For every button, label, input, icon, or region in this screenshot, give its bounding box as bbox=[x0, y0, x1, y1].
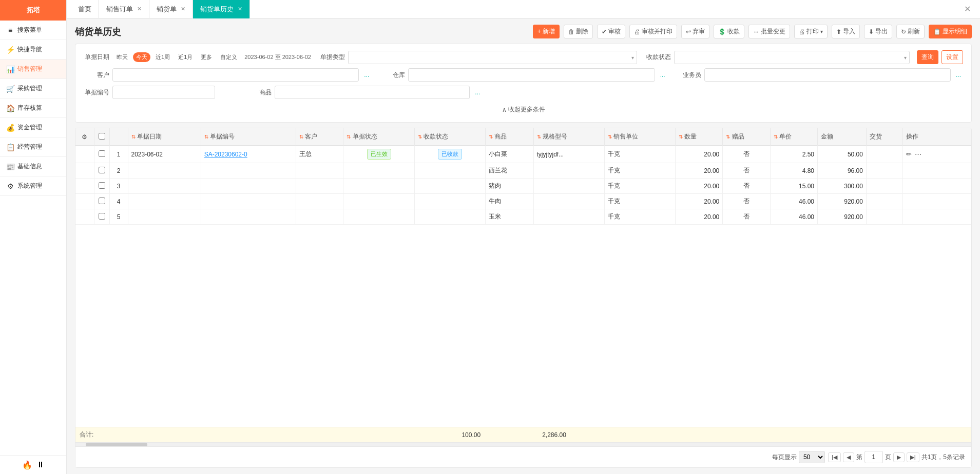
show-detail-button[interactable]: 📋 显示明细 bbox=[929, 25, 972, 38]
table-col-payment-status[interactable]: ⇅ 收款状态 bbox=[414, 128, 485, 146]
customer-input[interactable] bbox=[112, 68, 359, 82]
print-button[interactable]: 🖨 打印 ▾ bbox=[794, 25, 828, 38]
summary-total-amount: 2,286.00 bbox=[542, 431, 597, 439]
settings-button[interactable]: 设置 bbox=[941, 50, 963, 64]
row-checkbox[interactable] bbox=[94, 163, 109, 179]
horizontal-scrollbar[interactable] bbox=[75, 442, 971, 446]
table-col-spec[interactable]: ⇅ 规格型号 bbox=[533, 128, 604, 146]
prev-page-button[interactable]: ◀ bbox=[843, 452, 854, 462]
sidebar: 拓塔 ≡ 搜索菜单 ⚡ 快捷导航 📊 销售管理 🛒 采购管理 🏠 库存核算 💰 … bbox=[0, 0, 67, 474]
table-col-actions: 操作 bbox=[902, 128, 971, 146]
doc-no-link[interactable]: SA-20230602-0 bbox=[204, 151, 247, 158]
select-all-checkbox[interactable] bbox=[99, 133, 105, 140]
table-col-gear[interactable]: ⚙ bbox=[75, 128, 94, 146]
tab-sales-order[interactable]: 销售订单 ✕ bbox=[99, 0, 149, 18]
table-col-gift[interactable]: ⇅ 赠品 bbox=[723, 128, 770, 146]
edit-action[interactable]: ✏ bbox=[906, 150, 912, 158]
row-select-checkbox[interactable] bbox=[99, 198, 105, 204]
batch-change-button[interactable]: ↔ 批量变更 bbox=[748, 25, 790, 38]
date-tag-custom[interactable]: 自定义 bbox=[217, 52, 240, 62]
table-col-unit[interactable]: ⇅ 销售单位 bbox=[604, 128, 675, 146]
page-number-input[interactable] bbox=[864, 451, 883, 463]
page-size-select[interactable]: 20 50 100 200 bbox=[799, 451, 825, 463]
row-checkbox[interactable] bbox=[94, 209, 109, 225]
row-select-checkbox[interactable] bbox=[99, 150, 105, 157]
page-label-post: 页 bbox=[885, 453, 891, 462]
sidebar-item-inventory-calc[interactable]: 🏠 库存核算 bbox=[0, 98, 66, 118]
refresh-button[interactable]: ↻ 刷新 bbox=[896, 25, 925, 38]
sort-icon-unit-price: ⇅ bbox=[774, 134, 778, 140]
sidebar-pause-icon[interactable]: ⏸ bbox=[36, 460, 45, 470]
table-col-checkbox bbox=[94, 128, 109, 146]
tab-close-sales-order[interactable]: ✕ bbox=[137, 6, 142, 12]
row-checkbox[interactable] bbox=[94, 179, 109, 194]
warehouse-ellipsis[interactable]: ... bbox=[658, 70, 667, 80]
sidebar-item-finance-mgmt[interactable]: 💰 资金管理 bbox=[0, 118, 66, 137]
salesperson-ellipsis[interactable]: ... bbox=[954, 70, 963, 80]
tab-close-sales-goods[interactable]: ✕ bbox=[181, 6, 185, 12]
payment-status-select[interactable] bbox=[674, 51, 910, 64]
row-checkbox[interactable] bbox=[94, 146, 109, 163]
date-tag-more[interactable]: 更多 bbox=[198, 52, 215, 62]
delete-button[interactable]: 🗑 删除 bbox=[564, 25, 593, 38]
docno-input[interactable] bbox=[112, 86, 215, 99]
row-select-checkbox[interactable] bbox=[99, 213, 105, 220]
filter-panel: 单据日期 昨天 今天 近1周 近1月 更多 自定义 2023-06-02 至 2… bbox=[75, 44, 972, 123]
sidebar-item-label: 搜索菜单 bbox=[17, 26, 42, 34]
row-num: 4 bbox=[109, 194, 128, 209]
more-action[interactable]: ⋯ bbox=[915, 150, 921, 158]
audit-button[interactable]: ✔ 审核 bbox=[597, 25, 625, 38]
goods-input[interactable] bbox=[275, 86, 470, 99]
sales-mgmt-icon: 📊 bbox=[6, 65, 14, 73]
tab-home[interactable]: 首页 bbox=[71, 0, 99, 18]
sidebar-item-quick-nav[interactable]: ⚡ 快捷导航 bbox=[0, 40, 66, 60]
date-tag-1month[interactable]: 近1月 bbox=[175, 52, 196, 62]
table-col-unit-price[interactable]: ⇅ 单价 bbox=[770, 128, 817, 146]
next-page-button[interactable]: ▶ bbox=[893, 452, 905, 462]
table-col-doc-date[interactable]: ⇅ 单据日期 bbox=[128, 128, 201, 146]
row-customer bbox=[296, 163, 343, 179]
sort-icon-doc-status: ⇅ bbox=[347, 134, 351, 140]
row-select-checkbox[interactable] bbox=[99, 182, 105, 189]
tab-sales-history[interactable]: 销货单历史 ✕ bbox=[193, 0, 250, 18]
query-button[interactable]: 查询 bbox=[917, 50, 938, 64]
table-col-doc-no[interactable]: ⇅ 单据编号 bbox=[201, 128, 296, 146]
sidebar-fire-icon[interactable]: 🔥 bbox=[22, 460, 32, 470]
goods-label: 商品 bbox=[246, 88, 272, 97]
date-tag-today[interactable]: 今天 bbox=[133, 52, 150, 62]
warehouse-input[interactable] bbox=[408, 68, 655, 82]
new-button[interactable]: + 新增 bbox=[533, 25, 560, 38]
table-col-doc-status[interactable]: ⇅ 单据状态 bbox=[343, 128, 414, 146]
audit-print-button[interactable]: 🖨 审核并打印 bbox=[629, 25, 677, 38]
sidebar-item-search-menu[interactable]: ≡ 搜索菜单 bbox=[0, 21, 66, 40]
date-tag-yesterday[interactable]: 昨天 bbox=[113, 52, 131, 62]
date-tag-7days[interactable]: 近1周 bbox=[152, 52, 173, 62]
row-actions-cell bbox=[902, 179, 971, 194]
table-scroll-area[interactable]: ⚙ ⇅ 单据日期 ⇅ 单据编号 bbox=[75, 128, 971, 427]
abandon-button[interactable]: ↩ 弃审 bbox=[681, 25, 709, 38]
table-col-goods[interactable]: ⇅ 商品 bbox=[485, 128, 533, 146]
collapse-button[interactable]: ∧ 收起更多条件 bbox=[498, 103, 549, 116]
tab-sales-goods[interactable]: 销货单 ✕ bbox=[149, 0, 193, 18]
sidebar-item-ops-mgmt[interactable]: 📋 经营管理 bbox=[0, 137, 66, 157]
salesperson-input[interactable] bbox=[704, 68, 951, 82]
first-page-button[interactable]: |◀ bbox=[828, 452, 841, 462]
row-quantity: 20.00 bbox=[675, 209, 722, 225]
sidebar-item-base-info[interactable]: 📰 基础信息 bbox=[0, 157, 66, 176]
table-col-customer[interactable]: ⇅ 客户 bbox=[296, 128, 343, 146]
collect-button[interactable]: 💲 收款 bbox=[714, 25, 744, 38]
sidebar-item-purchase-mgmt[interactable]: 🛒 采购管理 bbox=[0, 79, 66, 98]
sidebar-item-sys-mgmt[interactable]: ⚙ 系统管理 bbox=[0, 176, 66, 196]
row-select-checkbox[interactable] bbox=[99, 167, 105, 173]
import-button[interactable]: ⬆ 导入 bbox=[832, 25, 860, 38]
goods-ellipsis[interactable]: ... bbox=[473, 88, 482, 97]
row-checkbox[interactable] bbox=[94, 194, 109, 209]
tab-close-sales-history[interactable]: ✕ bbox=[238, 6, 242, 12]
last-page-button[interactable]: ▶| bbox=[907, 452, 919, 462]
customer-ellipsis[interactable]: ... bbox=[362, 70, 371, 80]
close-all-tabs[interactable]: ✕ bbox=[959, 4, 976, 14]
table-col-quantity[interactable]: ⇅ 数量 bbox=[675, 128, 722, 146]
export-button[interactable]: ⬇ 导出 bbox=[864, 25, 892, 38]
sidebar-item-sales-mgmt[interactable]: 📊 销售管理 bbox=[0, 60, 66, 79]
doc-type-select[interactable] bbox=[348, 51, 637, 64]
